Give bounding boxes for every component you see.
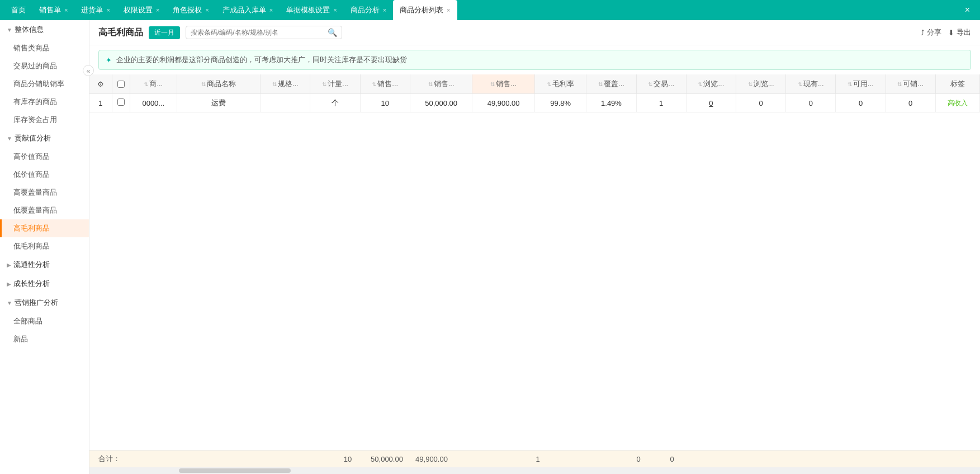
share-button[interactable]: ⤴ 分享	[921, 27, 941, 37]
browse-link[interactable]: 0	[709, 99, 713, 107]
row-checkbox[interactable]	[117, 98, 125, 106]
sort-icon-10: ⇅	[648, 81, 652, 87]
table-row: 1 0000... 运费 个 10 50,000.00 49,900.00 99…	[89, 94, 980, 112]
sidebar-item-low-margin[interactable]: 低毛利商品	[0, 237, 89, 255]
sidebar-group-liquidity[interactable]: ▶ 流通性分析	[0, 255, 89, 274]
main-layout: ▼ 整体信息 销售类商品 交易过的商品 商品分销助销率 有库存的商品 库存资金占…	[0, 20, 980, 474]
col-browse2[interactable]: ⇅ 浏览...	[736, 74, 786, 94]
sidebar-item-high-value[interactable]: 高价值商品	[0, 148, 89, 166]
cell-coverage: 1.49%	[586, 94, 636, 112]
col-gross-margin[interactable]: ⇅ 毛利率	[534, 74, 586, 94]
col-available[interactable]: ⇅ 可用...	[836, 74, 886, 94]
nav-tab-analysis-list-close[interactable]: ×	[447, 7, 450, 13]
sidebar-item-all-goods[interactable]: 全部商品	[0, 312, 89, 330]
col-code[interactable]: ⇅ 商...	[130, 74, 177, 94]
data-table: ⚙ ⇅ 商...	[89, 74, 980, 112]
sidebar-item-distribution-rate[interactable]: 商品分销助销率	[0, 75, 89, 93]
cell-current-stock: 0	[786, 94, 836, 112]
col-tag[interactable]: 标签	[935, 74, 979, 94]
nav-tab-role-label: 角色授权	[173, 5, 202, 15]
sort-icon: ⇅	[144, 81, 148, 87]
sort-icon-11: ⇅	[698, 81, 702, 87]
scrollbar-thumb[interactable]	[179, 468, 291, 473]
cell-tag: 高收入	[935, 94, 979, 112]
col-unit[interactable]: ⇅ 计量...	[310, 74, 360, 94]
col-browse1[interactable]: ⇅ 浏览...	[686, 74, 736, 94]
nav-tab-template[interactable]: 单据模板设置 ×	[280, 0, 343, 20]
footer-current-stock: 0	[622, 455, 655, 463]
sidebar-collapse-button[interactable]: «	[83, 65, 94, 76]
export-button[interactable]: ⬇ 导出	[948, 27, 971, 37]
top-nav: 首页 销售单 × 进货单 × 权限设置 × 角色授权 × 产成品入库单 × 单据…	[0, 0, 980, 20]
sidebar-group-overall[interactable]: ▼ 整体信息	[0, 20, 89, 39]
sidebar-group-marketing[interactable]: ▼ 营销推广分析	[0, 293, 89, 312]
nav-tab-analysis-list-label: 商品分析列表	[400, 5, 443, 15]
cell-index: 1	[89, 94, 112, 112]
nav-tab-purchase-close[interactable]: ×	[106, 7, 110, 13]
col-sales-profit[interactable]: ⇅ 销售...	[472, 74, 535, 94]
col-spec[interactable]: ⇅ 规格...	[261, 74, 310, 94]
search-icon[interactable]: 🔍	[328, 28, 337, 37]
nav-tab-analysis[interactable]: 商品分析 ×	[344, 0, 393, 20]
sidebar-item-stock-capital[interactable]: 库存资金占用	[0, 111, 89, 129]
sort-icon-13: ⇅	[798, 81, 802, 87]
sidebar-group-overall-label: 整体信息	[15, 25, 44, 35]
nav-tab-analysis-close[interactable]: ×	[383, 7, 386, 13]
cell-browse2: 0	[736, 94, 786, 112]
sidebar-item-in-stock[interactable]: 有库存的商品	[0, 93, 89, 111]
nav-tab-permission-close[interactable]: ×	[156, 7, 159, 13]
sidebar-item-low-value[interactable]: 低价值商品	[0, 166, 89, 184]
col-saleable[interactable]: ⇅ 可销...	[886, 74, 935, 94]
info-banner: ✦ 企业的主要的利润都是这部分商品创造的，可考虑加大推广，同时关注库存是不要出现…	[98, 50, 971, 70]
sidebar-item-high-margin[interactable]: 高毛利商品	[0, 219, 89, 237]
nav-tab-sales[interactable]: 销售单 ×	[32, 0, 74, 20]
sidebar-item-traded-goods[interactable]: 交易过的商品	[0, 57, 89, 75]
nav-tab-product-close[interactable]: ×	[269, 7, 273, 13]
settings-icon[interactable]: ⚙	[97, 80, 104, 88]
nav-tab-home[interactable]: 首页	[4, 0, 32, 20]
sidebar-group-contribution[interactable]: ▼ 贡献值分析	[0, 129, 89, 148]
sidebar-item-new-goods[interactable]: 新品	[0, 330, 89, 348]
nav-tab-product-label: 产成品入库单	[222, 5, 266, 15]
nav-tab-role-close[interactable]: ×	[205, 7, 209, 13]
cell-unit: 个	[310, 94, 360, 112]
time-filter-button[interactable]: 近一月	[149, 26, 180, 39]
sidebar: ▼ 整体信息 销售类商品 交易过的商品 商品分销助销率 有库存的商品 库存资金占…	[0, 20, 89, 474]
cell-available: 0	[836, 94, 886, 112]
footer-label: 合计：	[89, 454, 157, 464]
sidebar-group-liquidity-label: 流通性分析	[13, 260, 50, 270]
nav-tab-sales-close[interactable]: ×	[64, 7, 68, 13]
cell-browse1[interactable]: 0	[686, 94, 736, 112]
col-trade[interactable]: ⇅ 交易...	[636, 74, 686, 94]
col-current-stock[interactable]: ⇅ 现有...	[786, 74, 836, 94]
nav-tab-template-label: 单据模板设置	[286, 5, 330, 15]
select-all-checkbox[interactable]	[117, 81, 125, 88]
col-checkbox	[112, 74, 130, 94]
footer-sales-qty: 10	[331, 455, 364, 463]
sidebar-item-sales-goods[interactable]: 销售类商品	[0, 39, 89, 57]
search-input[interactable]	[191, 29, 324, 36]
sidebar-item-high-coverage[interactable]: 高覆盖量商品	[0, 184, 89, 201]
cell-saleable: 0	[886, 94, 935, 112]
sort-icon-5: ⇅	[372, 81, 376, 87]
nav-tab-permission[interactable]: 权限设置 ×	[117, 0, 166, 20]
sidebar-item-low-coverage[interactable]: 低覆盖量商品	[0, 201, 89, 219]
nav-tab-role[interactable]: 角色授权 ×	[166, 0, 215, 20]
sidebar-group-growth[interactable]: ▶ 成长性分析	[0, 274, 89, 293]
horizontal-scrollbar[interactable]	[89, 467, 980, 474]
nav-tab-template-close[interactable]: ×	[333, 7, 337, 13]
nav-tab-purchase[interactable]: 进货单 ×	[74, 0, 116, 20]
nav-tab-product[interactable]: 产成品入库单 ×	[216, 0, 280, 20]
window-close-button[interactable]: ×	[959, 5, 976, 15]
col-name[interactable]: ⇅ 商品名称	[177, 74, 261, 94]
col-sales-amount[interactable]: ⇅ 销售...	[410, 74, 472, 94]
cell-sales-profit: 49,900.00	[472, 94, 535, 112]
nav-tab-analysis-list[interactable]: 商品分析列表 ×	[393, 0, 457, 20]
col-sales-qty[interactable]: ⇅ 销售...	[360, 74, 410, 94]
table-footer: 合计： 10 50,000.00 49,900.00 1 0 0	[89, 450, 980, 467]
col-coverage[interactable]: ⇅ 覆盖...	[586, 74, 636, 94]
sort-icon-9: ⇅	[598, 81, 603, 87]
sidebar-group-growth-label: 成长性分析	[13, 279, 50, 289]
table-header-row: ⚙ ⇅ 商...	[89, 74, 980, 94]
info-icon: ✦	[106, 56, 112, 64]
